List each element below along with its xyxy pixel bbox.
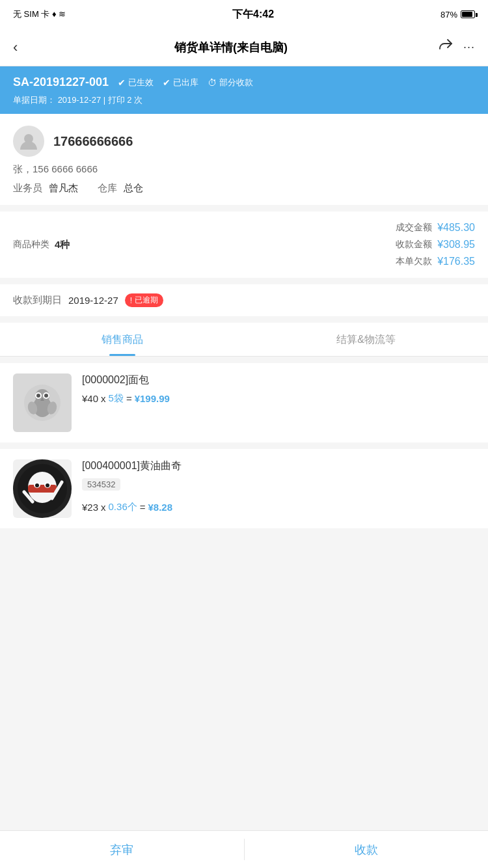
product-type-value: 4种 xyxy=(55,239,70,251)
stats-section: 商品种类 4种 成交金额 ¥485.30 收款金额 ¥308.95 本单欠款 ¥… xyxy=(0,211,488,278)
svg-point-6 xyxy=(36,394,40,398)
customer-section: 17666666666 张，156 6666 6666 业务员 曾凡杰 仓库 总… xyxy=(0,114,488,205)
nav-actions: ··· xyxy=(423,38,475,56)
product-image xyxy=(13,373,72,432)
overdue-badge: ! 已逾期 xyxy=(125,293,163,307)
received-value: ¥308.95 xyxy=(437,239,475,251)
received-label: 收款金额 xyxy=(396,239,432,251)
warehouse-label: 仓库 xyxy=(98,182,117,193)
debt-row: 本单欠款 ¥176.35 xyxy=(396,256,475,267)
list-item: [0000002]面包 ¥40 x 5袋 = ¥199.99 xyxy=(0,363,488,442)
status-badge-active: ✔ 已生效 xyxy=(118,77,154,88)
product-qty: 0.36个 xyxy=(109,501,137,513)
product-type-label: 商品种类 xyxy=(13,239,49,251)
svg-point-16 xyxy=(35,483,39,487)
battery-percent: 87% xyxy=(441,10,457,20)
product-image xyxy=(13,459,72,518)
bottom-bar: 弃审 收款 xyxy=(0,830,488,868)
customer-phone: 17666666666 xyxy=(53,134,133,149)
cancel-button[interactable]: 弃审 xyxy=(0,831,244,868)
stats-left: 商品种类 4种 xyxy=(13,222,70,267)
product-info: [0000002]面包 ¥40 x 5袋 = ¥199.99 xyxy=(82,373,475,405)
received-row: 收款金额 ¥308.95 xyxy=(396,239,475,251)
stats-right: 成交金额 ¥485.30 收款金额 ¥308.95 本单欠款 ¥176.35 xyxy=(396,222,475,267)
battery-icon xyxy=(461,10,475,18)
salesperson-field: 业务员 曾凡杰 xyxy=(13,182,78,195)
tab-settlement[interactable]: 结算&物流等 xyxy=(244,323,488,356)
confirm-button[interactable]: 收款 xyxy=(245,831,489,868)
product-info: [000400001]黄油曲奇 534532 ¥23 x 0.36个 = ¥8.… xyxy=(82,459,475,513)
svg-rect-13 xyxy=(28,485,57,493)
back-button[interactable]: ‹ xyxy=(13,39,39,56)
status-network: 无 SIM 卡 ♦ ≋ xyxy=(13,8,66,20)
overdue-text: 已逾期 xyxy=(135,295,158,306)
nav-bar: ‹ 销货单详情(来自电脑) ··· xyxy=(0,29,488,66)
product-total: ¥8.28 xyxy=(148,502,173,513)
product-list: [0000002]面包 ¥40 x 5袋 = ¥199.99 xyxy=(0,363,488,528)
product-name: [000400001]黄油曲奇 xyxy=(82,459,475,473)
debt-value: ¥176.35 xyxy=(437,256,475,267)
salesperson-label: 业务员 xyxy=(13,182,42,193)
tab-products[interactable]: 销售商品 xyxy=(0,323,244,356)
tabs-container: 销售商品 结算&物流等 xyxy=(0,323,488,357)
order-meta: 单据日期： 2019-12-27 | 打印 2 次 xyxy=(13,94,475,106)
svg-point-7 xyxy=(44,394,48,398)
amount-row: 成交金额 ¥485.30 xyxy=(396,222,475,234)
order-banner: SA-20191227-001 ✔ 已生效 ✔ 已出库 ⏱ 部分收款 单据日期：… xyxy=(0,66,488,114)
salesperson-value: 曾凡杰 xyxy=(49,182,78,193)
overdue-icon: ! xyxy=(130,296,132,305)
customer-detail: 张，156 6666 6666 xyxy=(13,163,475,176)
status-time: 下午4:42 xyxy=(232,8,274,21)
status-battery: 87% xyxy=(441,10,475,20)
warehouse-field: 仓库 总仓 xyxy=(98,182,143,195)
status-badge-partial: ⏱ 部分收款 xyxy=(208,77,253,88)
customer-info-row: 业务员 曾凡杰 仓库 总仓 xyxy=(13,182,475,195)
avatar xyxy=(13,126,44,157)
product-qty: 5袋 xyxy=(109,392,124,405)
due-label: 收款到期日 xyxy=(13,294,62,306)
product-name: [0000002]面包 xyxy=(82,373,475,387)
svg-point-17 xyxy=(46,483,49,487)
share-button[interactable] xyxy=(439,38,453,56)
page-title: 销货单详情(来自电脑) xyxy=(39,40,423,55)
due-date: 2019-12-27 xyxy=(68,295,118,306)
debt-label: 本单欠款 xyxy=(396,256,432,267)
amount-value: ¥485.30 xyxy=(437,222,475,234)
product-placeholder xyxy=(13,373,72,432)
more-button[interactable]: ··· xyxy=(463,40,475,54)
product-type-row: 商品种类 4种 xyxy=(13,239,70,251)
order-id: SA-20191227-001 xyxy=(13,75,109,89)
product-price: ¥23 xyxy=(82,502,98,513)
status-badge-shipped: ✔ 已出库 xyxy=(163,77,198,88)
list-item: [000400001]黄油曲奇 534532 ¥23 x 0.36个 = ¥8.… xyxy=(0,449,488,528)
product-price: ¥40 xyxy=(82,393,98,404)
warehouse-value: 总仓 xyxy=(124,182,143,193)
product-price-row: ¥40 x 5袋 = ¥199.99 xyxy=(82,392,475,405)
amount-label: 成交金额 xyxy=(396,222,432,234)
due-section: 收款到期日 2019-12-27 ! 已逾期 xyxy=(0,284,488,316)
status-bar: 无 SIM 卡 ♦ ≋ 下午4:42 87% xyxy=(0,0,488,29)
product-sku: 534532 xyxy=(82,478,120,491)
product-price-row: ¥23 x 0.36个 = ¥8.28 xyxy=(82,501,475,513)
product-total: ¥199.99 xyxy=(135,393,170,404)
